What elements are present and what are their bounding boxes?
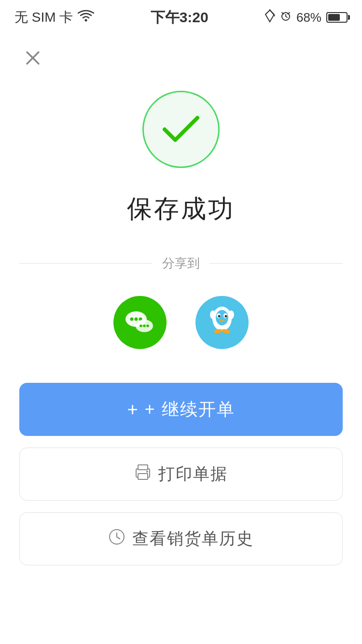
svg-point-6 xyxy=(135,318,138,321)
close-button[interactable] xyxy=(19,44,46,71)
svg-point-18 xyxy=(210,310,216,319)
share-divider: 分享到 xyxy=(19,255,343,272)
svg-point-16 xyxy=(218,315,221,318)
history-button[interactable]: 查看销货单历史 xyxy=(19,512,343,565)
continue-button[interactable]: + + 继续开单 xyxy=(19,383,343,436)
status-left: 无 SIM 卡 xyxy=(14,8,94,27)
svg-point-19 xyxy=(228,310,234,319)
alarm-icon xyxy=(280,10,292,25)
svg-point-5 xyxy=(130,318,134,321)
print-label: 打印单据 xyxy=(158,463,228,485)
sim-status: 无 SIM 卡 xyxy=(14,8,73,27)
wifi-icon xyxy=(78,10,94,26)
svg-point-17 xyxy=(225,315,227,318)
svg-point-25 xyxy=(146,471,148,473)
divider-line-left xyxy=(19,263,153,264)
print-icon xyxy=(134,464,152,484)
status-right: 68% xyxy=(265,9,348,26)
svg-point-11 xyxy=(146,324,149,327)
location-icon xyxy=(265,9,275,26)
svg-point-10 xyxy=(143,324,146,327)
continue-label: + 继续开单 xyxy=(145,398,235,421)
action-buttons: + + 继续开单 打印单据 查看销货单历史 xyxy=(19,383,343,565)
divider-line-right xyxy=(209,263,343,264)
history-icon xyxy=(108,528,125,549)
battery-percent: 68% xyxy=(296,10,321,25)
success-icon-circle xyxy=(142,91,220,168)
share-label: 分享到 xyxy=(162,255,200,272)
svg-rect-23 xyxy=(138,474,148,479)
svg-point-9 xyxy=(139,324,142,327)
svg-point-0 xyxy=(85,19,87,21)
share-icons-row xyxy=(113,296,249,349)
status-time: 下午3:20 xyxy=(151,8,209,28)
history-label: 查看销货单历史 xyxy=(132,528,254,550)
status-bar: 无 SIM 卡 下午3:20 xyxy=(0,0,362,35)
print-button[interactable]: 打印单据 xyxy=(19,448,343,501)
qq-share-button[interactable] xyxy=(195,296,249,349)
success-title: 保存成功 xyxy=(127,192,235,226)
main-content: 保存成功 分享到 xyxy=(0,71,362,565)
battery-icon xyxy=(326,12,348,23)
plus-icon: + xyxy=(127,399,139,420)
svg-rect-24 xyxy=(138,465,148,470)
wechat-share-button[interactable] xyxy=(113,296,167,349)
